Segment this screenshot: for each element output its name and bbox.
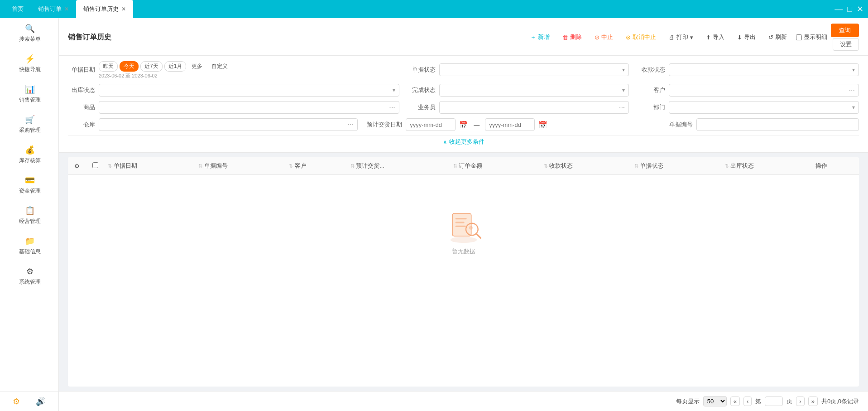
th-payment-sort-icon[interactable]: ⇅	[544, 163, 548, 169]
th-delivery-sort-icon[interactable]: ⇅	[350, 163, 355, 169]
refresh-label: 刷新	[775, 33, 787, 41]
th-amount-label: 订单金额	[459, 162, 482, 169]
maximize-btn[interactable]: □	[847, 5, 852, 14]
page-input[interactable]: 1	[765, 396, 783, 406]
date-tag-month1[interactable]: 近1月	[164, 61, 187, 72]
th-amount: ⇅ 订单金额	[450, 157, 540, 175]
order-status-select[interactable]: ▾	[439, 63, 629, 76]
payment-status-select[interactable]: ▾	[669, 63, 859, 76]
close-btn[interactable]: ✕	[857, 4, 863, 14]
delivery-date-from-input[interactable]	[406, 118, 456, 131]
th-shipment-sort-icon[interactable]: ⇅	[725, 163, 729, 169]
completion-status-label: 完成状态	[408, 86, 436, 94]
th-shipment-status: ⇅ 出库状态	[721, 157, 812, 175]
minimize-btn[interactable]: —	[834, 5, 843, 14]
refresh-icon: ↺	[768, 34, 773, 41]
main-content: 销售订单历史 ＋ 新增 🗑 删除 ⊘ 中止	[59, 18, 868, 411]
sidebar-item-ops-mgmt[interactable]: 📋 经营管理	[0, 200, 58, 231]
collapse-bar[interactable]: ∧ 收起更多条件	[68, 135, 859, 148]
department-select[interactable]: ▾	[669, 101, 859, 114]
date-tag-more[interactable]: 更多	[188, 62, 206, 71]
tab-home[interactable]: 首页	[5, 0, 31, 18]
calendar-to-icon[interactable]: 📅	[538, 121, 547, 129]
print-icon: 🖨	[669, 34, 675, 41]
table-wrapper: ⚙ ⇅ 单据日期 ⇅ 单据编号	[68, 157, 859, 387]
select-all-checkbox[interactable]	[92, 162, 98, 168]
basic-info-icon: 📁	[25, 236, 35, 246]
empty-state: 暂无数据	[68, 175, 859, 283]
settings-gear-icon[interactable]: ⚙	[74, 163, 80, 169]
date-tag-today[interactable]: 今天	[120, 61, 139, 72]
last-page-btn[interactable]: »	[808, 396, 818, 406]
empty-text: 暂无数据	[452, 247, 475, 256]
salesperson-select[interactable]: ···	[439, 101, 629, 114]
customer-dots[interactable]: ···	[849, 86, 855, 94]
date-range-display: 2023-06-02 至 2023-06-02	[99, 73, 399, 79]
sidebar-item-inventory[interactable]: 💰 库存核算	[0, 140, 58, 170]
import-button[interactable]: ⬆ 导入	[702, 31, 728, 43]
warehouse-dots[interactable]: ···	[348, 121, 354, 129]
date-tag-custom[interactable]: 自定义	[208, 62, 231, 71]
filter-area: 单据日期 昨天 今天 近7天 近1月 更多 自定义 2023-06-02 至 2…	[59, 56, 868, 153]
print-button[interactable]: 🖨 打印 ▾	[665, 31, 697, 43]
th-amount-sort-icon[interactable]: ⇅	[453, 163, 457, 169]
th-date-sort-icon[interactable]: ⇅	[108, 163, 112, 169]
th-customer-sort-icon[interactable]: ⇅	[289, 163, 293, 169]
display-detail-checkbox[interactable]: 显示明细	[796, 33, 827, 41]
next-page-btn[interactable]: ›	[796, 396, 804, 406]
purchase-mgmt-icon: 🛒	[25, 115, 35, 125]
delete-button[interactable]: 🗑 删除	[559, 31, 585, 43]
per-page-select[interactable]: 50 20 100	[703, 396, 727, 406]
completion-status-select[interactable]: ▾	[439, 84, 629, 97]
date-tag-week7[interactable]: 近7天	[140, 61, 163, 72]
display-detail-check[interactable]	[796, 34, 802, 40]
tab-bar: 首页 销售订单 ✕ 销售订单历史 ✕	[5, 0, 133, 18]
calendar-from-icon[interactable]: 📅	[459, 121, 468, 129]
tab-sales-order-history[interactable]: 销售订单历史 ✕	[76, 0, 133, 18]
first-page-btn[interactable]: «	[730, 396, 740, 406]
close-sales-order-tab[interactable]: ✕	[64, 6, 69, 12]
warehouse-select[interactable]: ···	[99, 118, 358, 131]
refresh-button[interactable]: ↺ 刷新	[765, 31, 791, 43]
sidebar-item-sys-mgmt[interactable]: ⚙ 系统管理	[0, 261, 58, 291]
sidebar-item-purchase-mgmt[interactable]: 🛒 采购管理	[0, 109, 58, 140]
sidebar-item-basic-info[interactable]: 📁 基础信息	[0, 231, 58, 261]
th-order-sort-icon[interactable]: ⇅	[634, 163, 638, 169]
new-button[interactable]: ＋ 新增	[527, 31, 553, 43]
goods-select[interactable]: ···	[99, 101, 399, 114]
cancel-button[interactable]: ⊗ 取消中止	[622, 31, 660, 43]
tab-sales-order[interactable]: 销售订单 ✕	[31, 0, 76, 18]
sidebar-item-sales-mgmt[interactable]: 📊 销售管理	[0, 79, 58, 109]
set-button[interactable]: 设置	[833, 38, 859, 51]
no-data-illustration	[441, 202, 486, 247]
date-tag-yesterday[interactable]: 昨天	[99, 61, 118, 72]
per-page-label: 每页显示	[676, 397, 700, 406]
th-customer-label: 客户	[295, 162, 307, 169]
date-separator: —	[474, 121, 480, 128]
th-checkbox	[86, 157, 104, 175]
page-title: 销售订单历史	[68, 33, 111, 42]
th-customer: ⇅ 客户	[285, 157, 347, 175]
customer-select[interactable]: ···	[669, 84, 859, 97]
volume-icon[interactable]: 🔊	[36, 396, 46, 406]
sidebar-item-quick-nav[interactable]: ⚡ 快捷导航	[0, 48, 58, 79]
goods-dots[interactable]: ···	[389, 103, 395, 111]
salesperson-dots[interactable]: ···	[619, 103, 625, 111]
close-sales-order-history-tab[interactable]: ✕	[121, 6, 126, 12]
sidebar-item-basic-info-label: 基础信息	[19, 248, 41, 256]
order-number-input[interactable]	[696, 118, 859, 131]
new-label: 新增	[538, 33, 550, 41]
sidebar-item-search-menu[interactable]: 🔍 搜索菜单	[0, 18, 58, 48]
query-button[interactable]: 查询	[831, 24, 859, 37]
th-number-sort-icon[interactable]: ⇅	[198, 163, 202, 169]
export-button[interactable]: ⬇ 导出	[734, 31, 759, 43]
stop-button[interactable]: ⊘ 中止	[591, 31, 617, 43]
settings-icon[interactable]: ⚙	[13, 396, 20, 406]
prev-page-btn[interactable]: ‹	[743, 396, 752, 406]
search-menu-icon: 🔍	[25, 24, 35, 34]
sidebar-item-capital-mgmt[interactable]: 💳 资金管理	[0, 170, 58, 200]
delivery-date-to-input[interactable]	[485, 118, 535, 131]
shipment-status-select[interactable]: ▾	[99, 84, 399, 97]
sys-mgmt-icon: ⚙	[26, 266, 34, 276]
svg-rect-3	[455, 222, 464, 223]
